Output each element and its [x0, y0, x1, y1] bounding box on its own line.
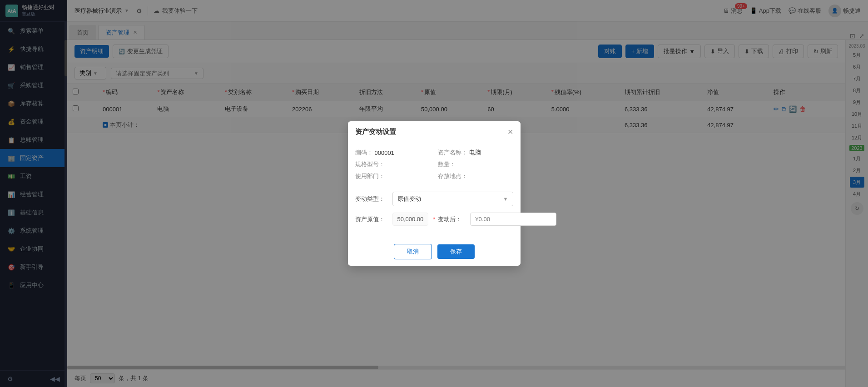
modal-after-label: * 变动后： [433, 215, 466, 223]
asset-change-modal: 资产变动设置 ✕ 编码： 000001 资产名称： 电脑 规格型号： 数量： [348, 121, 521, 266]
modal-quantity-item: 数量： [438, 160, 513, 169]
modal-name-value: 电脑 [469, 149, 481, 157]
modal-footer: 取消 保存 [348, 239, 521, 266]
modal-after-label-text: 变动后： [438, 216, 461, 223]
modal-info-grid: 编码： 000001 资产名称： 电脑 规格型号： 数量： 使用部门： [355, 149, 513, 180]
modal-location-label: 存放地点： [438, 172, 467, 180]
modal-dept-label: 使用部门： [355, 172, 385, 180]
modal-dept-item: 使用部门： [355, 172, 431, 180]
modal-change-type-select[interactable]: 原值变动 ▼ [392, 192, 513, 206]
modal-title: 资产变动设置 [355, 128, 396, 136]
modal-close-btn[interactable]: ✕ [507, 128, 513, 136]
modal-code-label: 编码： [355, 149, 373, 157]
modal-select-arrow-icon: ▼ [503, 196, 508, 202]
modal-original-value-label: 资产原值： [355, 215, 388, 223]
modal-required-mark: * [433, 216, 435, 223]
modal-divider [355, 186, 513, 186]
modal-location-item: 存放地点： [438, 172, 513, 180]
modal-spec-item: 规格型号： [355, 160, 431, 169]
modal-name-label: 资产名称： [438, 149, 467, 157]
modal-original-value-display: 50,000.00 [392, 213, 429, 226]
modal-save-btn[interactable]: 保存 [437, 244, 475, 259]
modal-overlay: 资产变动设置 ✕ 编码： 000001 资产名称： 电脑 规格型号： 数量： [0, 0, 868, 387]
modal-change-type-value: 原值变动 [397, 195, 421, 203]
modal-code-item: 编码： 000001 [355, 149, 431, 157]
modal-cancel-btn[interactable]: 取消 [394, 244, 432, 259]
modal-change-type-row: 变动类型： 原值变动 ▼ [355, 192, 513, 206]
modal-name-item: 资产名称： 电脑 [438, 149, 513, 157]
modal-code-value: 000001 [375, 149, 394, 156]
modal-value-row: 资产原值： 50,000.00 * 变动后： [355, 213, 513, 226]
modal-after-input[interactable] [470, 213, 556, 226]
modal-change-type-label: 变动类型： [355, 195, 388, 203]
modal-quantity-label: 数量： [438, 160, 456, 169]
modal-header: 资产变动设置 ✕ [348, 121, 521, 141]
modal-body: 编码： 000001 资产名称： 电脑 规格型号： 数量： 使用部门： [348, 141, 521, 239]
modal-spec-label: 规格型号： [355, 160, 385, 169]
